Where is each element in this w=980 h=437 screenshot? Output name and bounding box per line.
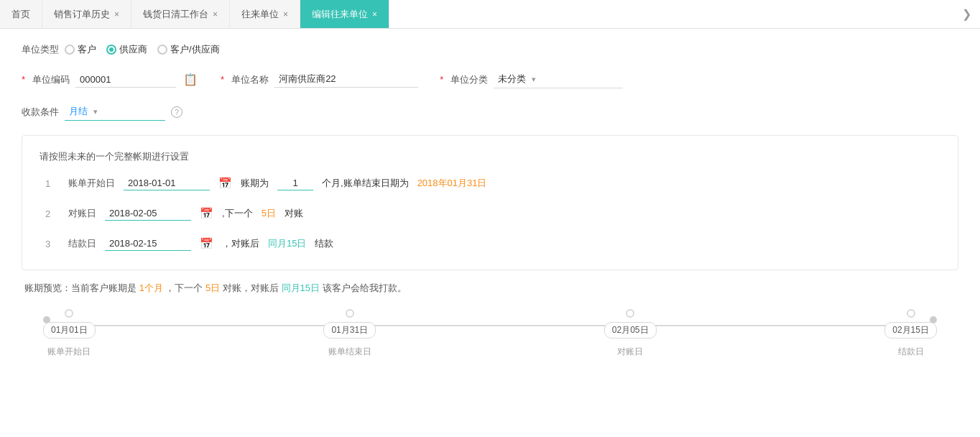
period-num-1: 1: [45, 178, 60, 189]
timeline-label-2: 对账日: [617, 346, 643, 358]
period-months-input[interactable]: [277, 176, 313, 190]
radio-supplier[interactable]: 供应商: [106, 43, 147, 56]
preview-suffix: 该客户会给我打款。: [323, 282, 407, 293]
timeline-label-3: 结款日: [898, 346, 924, 358]
payment-terms-value: 月结: [69, 105, 88, 118]
preview-mid1: ，下一个: [165, 282, 203, 293]
preview-part2: 5日: [205, 282, 220, 293]
preview-prefix: 账期预览：当前客户账期是: [24, 282, 137, 293]
tab-cash-work[interactable]: 钱货日清工作台 ×: [131, 0, 230, 28]
period-row-1: 1 账单开始日 📅 账期为 个月,账单结束日期为 2018年01月31日: [40, 176, 940, 190]
timeline-tag-2: 02月05日: [604, 322, 657, 339]
period-num-2: 2: [45, 208, 60, 219]
period-suffix-after-2: 对账: [285, 207, 303, 220]
tab-sales-history[interactable]: 销售订单历史 ×: [42, 0, 131, 28]
preview-text: 账期预览：当前客户账期是 1个月 ，下一个 5日 对账，对账后 同月15日 该客…: [22, 282, 958, 295]
help-icon[interactable]: ?: [171, 106, 182, 118]
timeline-points: 01月01日 账单开始日 01月31日 账单结束日 02月05日 对账日 02月…: [43, 309, 937, 358]
unit-code-label: 单位编码: [32, 73, 70, 86]
tab-bar: 首页 销售订单历史 × 钱货日清工作台 × 往来单位 × 编辑往来单位 × ❯: [0, 0, 980, 29]
period-suffix-before-1: 账期为: [241, 177, 269, 190]
radio-customer-circle: [65, 45, 75, 55]
timeline-point-0: 01月01日 账单开始日: [43, 309, 96, 358]
payment-terms-dropdown[interactable]: 月结 ▾: [65, 103, 165, 121]
payment-terms-item: 收款条件 月结 ▾ ?: [22, 103, 182, 121]
unit-type-label: 单位类型: [22, 43, 59, 56]
timeline-dot-0: [65, 309, 73, 318]
timeline-dot-3: [907, 309, 915, 318]
main-content: 单位类型 客户 供应商 客户/供应商 * 单位编码: [0, 29, 980, 437]
period-label-1: 账单开始日: [68, 177, 115, 190]
timeline-label-0: 账单开始日: [47, 346, 91, 358]
calendar-icon-2[interactable]: 📅: [200, 207, 213, 220]
close-tab-cash-work[interactable]: ×: [213, 9, 218, 19]
timeline-tag-1: 01月31日: [323, 322, 376, 339]
chevron-right-icon: ❯: [962, 7, 971, 21]
unit-type-radio-group: 客户 供应商 客户/供应商: [65, 43, 220, 56]
period-label-2: 对账日: [68, 207, 96, 220]
timeline-tag-0: 01月01日: [43, 322, 96, 339]
unit-name-item: * 单位名称: [221, 72, 418, 88]
tab-edit-contacts[interactable]: 编辑往来单位 ×: [300, 0, 389, 28]
close-tab-sales-history[interactable]: ×: [114, 9, 119, 19]
calendar-icon-3[interactable]: 📅: [200, 237, 213, 250]
unit-code-icon[interactable]: 📋: [182, 71, 199, 88]
period-suffix-after-3: 结款: [315, 237, 333, 250]
timeline-dot-2: [626, 309, 634, 318]
tab-home[interactable]: 首页: [0, 0, 42, 28]
period-row-2: 2 对账日 📅 ,下一个 5日 对账: [40, 206, 940, 221]
period-highlight-3: 同月15日: [268, 237, 306, 250]
period-row-3: 3 结款日 📅 ，对账后 同月15日 结款: [40, 236, 940, 251]
timeline-point-2: 02月05日 对账日: [604, 309, 657, 358]
unit-type-item: 单位类型 客户 供应商 客户/供应商: [22, 43, 220, 56]
payment-terms-arrow: ▾: [93, 107, 98, 116]
unit-classify-arrow: ▾: [532, 75, 536, 84]
radio-supplier-label: 供应商: [119, 43, 147, 56]
period-highlight-2: 5日: [262, 207, 276, 220]
unit-code-required: *: [22, 74, 25, 85]
payment-terms-row: 收款条件 月结 ▾ ?: [22, 103, 958, 121]
period-box: 请按照未来的一个完整帐期进行设置 1 账单开始日 📅 账期为 个月,账单结束日期…: [22, 135, 958, 270]
period-suffix-before-3: ，对账后: [222, 237, 259, 250]
tab-contacts[interactable]: 往来单位 ×: [230, 0, 300, 28]
timeline-point-3: 02月15日 结款日: [884, 309, 937, 358]
unit-classify-value: 未分类: [498, 73, 526, 86]
tab-more-button[interactable]: ❯: [953, 0, 980, 28]
radio-supplier-circle: [106, 45, 116, 55]
radio-customer-label: 客户: [78, 43, 96, 56]
unit-classify-label: 单位分类: [450, 73, 488, 86]
timeline-point-1: 01月31日 账单结束日: [323, 309, 376, 358]
period-num-3: 3: [45, 239, 60, 249]
period-suffix-after-1: 个月,账单结束日期为: [322, 177, 409, 190]
preview-part3: 同月15日: [282, 282, 320, 293]
period-highlight-1: 2018年01月31日: [417, 177, 487, 190]
unit-type-row: 单位类型 客户 供应商 客户/供应商: [22, 43, 958, 56]
timeline-label-1: 账单结束日: [328, 346, 371, 358]
period-date-1[interactable]: [124, 176, 210, 190]
unit-info-row: * 单位编码 📋 * 单位名称 * 单位分类 未分类 ▾: [22, 70, 958, 88]
unit-code-input[interactable]: [75, 72, 176, 88]
preview-mid2: 对账，对账后: [223, 282, 279, 293]
radio-both-circle: [157, 45, 167, 55]
close-tab-contacts[interactable]: ×: [283, 9, 288, 19]
period-suffix-before-2: ,下一个: [222, 207, 253, 220]
period-label-3: 结款日: [68, 237, 96, 250]
unit-classify-required: *: [440, 74, 443, 85]
payment-terms-label: 收款条件: [22, 106, 59, 119]
timeline-tag-3: 02月15日: [884, 322, 937, 339]
period-date-3[interactable]: [105, 236, 191, 251]
period-date-2[interactable]: [105, 206, 191, 221]
unit-classify-item: * 单位分类 未分类 ▾: [440, 70, 623, 88]
unit-name-input[interactable]: [274, 72, 418, 88]
timeline-section: 01月01日 账单开始日 01月31日 账单结束日 02月05日 对账日 02月…: [22, 309, 958, 380]
unit-classify-dropdown[interactable]: 未分类 ▾: [494, 70, 623, 88]
unit-name-label: 单位名称: [231, 73, 269, 86]
calendar-icon-1[interactable]: 📅: [218, 177, 232, 190]
unit-name-required: *: [221, 74, 224, 85]
close-tab-edit-contacts[interactable]: ×: [372, 9, 377, 19]
unit-code-item: * 单位编码 📋: [22, 71, 199, 88]
preview-part1: 1个月: [139, 282, 163, 293]
radio-customer[interactable]: 客户: [65, 43, 96, 56]
radio-both-label: 客户/供应商: [170, 43, 220, 56]
radio-both[interactable]: 客户/供应商: [157, 43, 220, 56]
